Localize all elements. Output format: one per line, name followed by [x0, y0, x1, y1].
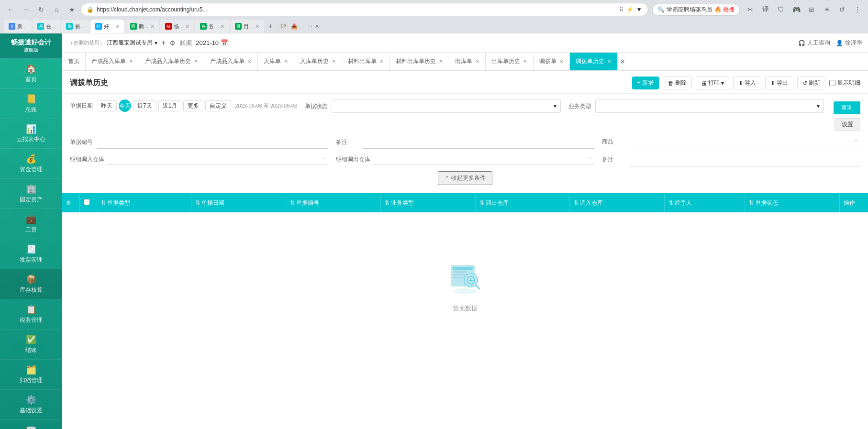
sidebar-item-basic[interactable]: ⚙️ 基础设置 [0, 390, 62, 420]
browser-tab-1[interactable]: 文 新... [4, 20, 32, 33]
sidebar-item-invoice[interactable]: 🧾 发票管理 [0, 239, 62, 269]
tab-cpinbound[interactable]: 产成品入库单 ✕ [86, 53, 139, 71]
tab-close-1[interactable]: ✕ [129, 58, 133, 65]
note-input[interactable] [631, 154, 858, 165]
minimize-btn[interactable]: — [300, 23, 306, 29]
maximize-btn[interactable]: □ [309, 23, 312, 29]
cut-icon[interactable]: ✂ [744, 3, 757, 16]
browser-tab-3[interactable]: 易 易... [61, 20, 89, 33]
tab-close-4[interactable]: ✕ [284, 58, 288, 65]
close-window-btn[interactable]: ✕ [315, 23, 319, 30]
th-checkbox[interactable] [79, 193, 97, 212]
tab-outbound[interactable]: 出库单 ✕ [449, 53, 486, 71]
wh-in-more-btn[interactable]: ··· [322, 154, 326, 164]
show-full-checkbox[interactable]: 显示明细 [829, 79, 860, 87]
th-doc-no[interactable]: ⇅ 单据编号 [286, 193, 381, 212]
th-out-warehouse[interactable]: ⇅ 调出仓库 [475, 193, 570, 212]
sidebar-item-home[interactable]: 🏠 首页 [0, 59, 62, 89]
service-btn[interactable]: 🎧 人工咨询 [798, 39, 830, 47]
downloads-icon[interactable]: 📥 [291, 23, 298, 30]
tab-close-icon[interactable]: ✕ [115, 23, 120, 30]
period-value[interactable]: 2021-10 📅 [196, 39, 228, 46]
back-btn[interactable]: ← [4, 3, 17, 16]
browser-tab-6[interactable]: M 畅... ✕ [160, 20, 194, 33]
tab-cpinbound2[interactable]: 产成品入库单 ✕ [204, 53, 258, 71]
sidebar-item-inventory[interactable]: 📦 库存核算 [0, 269, 62, 299]
forward-btn[interactable]: → [19, 3, 33, 16]
tab-transfer[interactable]: 调拨单 ✕ [534, 53, 570, 71]
company-selector[interactable]: （勿删勿禁用） 江西服宝测试专用 ▾ [68, 39, 157, 47]
game-icon[interactable]: 🎮 [790, 3, 803, 16]
search-bar[interactable]: 🔍 学霸应聘场驱鸟员 🔥 热搜 [652, 4, 740, 16]
browser-tab-5[interactable]: 腾 腾... ✕ [125, 20, 159, 33]
browser-tab-7[interactable]: 各 各... ✕ [195, 20, 229, 33]
translate-icon[interactable]: 译 [759, 3, 772, 16]
tab-inbound[interactable]: 入库单 ✕ [258, 53, 294, 71]
address-bar[interactable]: 🔒 https://cloud.chanjet.com/accounting/u… [80, 3, 648, 16]
wh-out-more-btn[interactable]: ··· [588, 154, 592, 164]
user-btn[interactable]: 👤 徐泽华 [836, 39, 862, 47]
tab-material-out[interactable]: 材料出库单 ✕ [342, 53, 390, 71]
refresh-btn[interactable]: ↺ 刷新 [797, 77, 825, 89]
tab-close-2[interactable]: ✕ [194, 58, 198, 65]
th-status[interactable]: ⇅ 单据状态 [745, 193, 839, 212]
tab-close-3[interactable]: ✕ [247, 58, 252, 65]
settings-btn[interactable]: ⚙ [169, 39, 176, 47]
import-btn[interactable]: ⬇ 导入 [733, 77, 761, 89]
th-in-warehouse[interactable]: ⇅ 调入仓库 [570, 193, 665, 212]
reload-btn[interactable]: ↻ [34, 3, 48, 16]
date-btn-1month[interactable]: 近1月 [158, 100, 182, 111]
tab-close-10[interactable]: ✕ [559, 58, 564, 65]
sidebar-item-ledger[interactable]: 📒 总账 [0, 89, 62, 119]
tab-close-8[interactable]: ✕ [475, 58, 479, 65]
tab-close-5[interactable]: ✕ [332, 58, 336, 65]
tab-transfer-history[interactable]: 调拨单历史 ✕ [570, 53, 618, 71]
tab-cpinbound-history[interactable]: 产成品入库单历史 ✕ [139, 53, 204, 71]
tab-close-7[interactable]: ✕ [439, 58, 443, 65]
sidebar-item-capital[interactable]: 💰 资金管理 [0, 149, 62, 179]
browser-tab-8[interactable]: 目 目... ✕ [230, 20, 264, 33]
close-all-tabs-btn[interactable]: ✕ [620, 58, 625, 66]
remark-input[interactable] [365, 137, 592, 147]
print-dropdown[interactable]: ▾ [721, 80, 724, 87]
more-icon[interactable]: ⋮ [851, 3, 864, 16]
tab-inbound-history[interactable]: 入库单历史 ✕ [294, 53, 342, 71]
docno-input[interactable] [99, 137, 326, 147]
collapse-btn[interactable]: ⌃ 收起更多条件 [438, 171, 492, 185]
grid-icon[interactable]: ⊞ [805, 3, 818, 16]
sun-icon[interactable]: ☀ [820, 3, 834, 16]
sidebar-item-tax[interactable]: 📋 税务管理 [0, 299, 62, 330]
date-btn-today[interactable]: 今天 [119, 99, 131, 112]
th-doc-type[interactable]: ⇅ 单据类型 [97, 193, 191, 212]
tab-home[interactable]: 首页 [62, 53, 86, 71]
query-btn[interactable]: 查询 [834, 101, 860, 114]
tab-close-6[interactable]: ✕ [379, 58, 384, 65]
date-btn-custom[interactable]: 自定义 [205, 100, 231, 111]
th-handler[interactable]: ⇅ 经手人 [665, 193, 745, 212]
delete-btn[interactable]: 🗑 删除 [663, 77, 692, 89]
th-doc-date[interactable]: ⇅ 单据日期 [191, 193, 286, 212]
browser-tab-active[interactable]: 好 好... ✕ [90, 20, 124, 33]
th-biz-type[interactable]: ⇅ 业务类型 [380, 193, 475, 212]
sidebar-item-archive[interactable]: 🗂️ 归档管理 [0, 360, 62, 390]
home-btn[interactable]: ⌂ [50, 3, 63, 16]
tab5-close[interactable]: ✕ [150, 23, 155, 30]
date-btn-more[interactable]: 更多 [183, 100, 203, 111]
tab6-close[interactable]: ✕ [185, 23, 189, 30]
date-btn-yesterday[interactable]: 昨天 [97, 100, 117, 111]
tab-outbound-history[interactable]: 出库单历史 ✕ [486, 53, 534, 71]
shield-icon[interactable]: 🛡 [774, 3, 788, 16]
tab8-close[interactable]: ✕ [255, 23, 259, 30]
add-btn[interactable]: + 新增 [632, 77, 659, 89]
select-all-checkbox[interactable] [84, 199, 90, 205]
tab-close-9[interactable]: ✕ [523, 58, 527, 65]
add-company-btn[interactable]: + [161, 39, 166, 47]
undo-icon[interactable]: ↺ [835, 3, 849, 16]
date-btn-7days[interactable]: 近7天 [133, 100, 156, 111]
sidebar-item-fixed[interactable]: 🏢 固定资产 [0, 179, 62, 209]
tab-close-11[interactable]: ✕ [607, 58, 612, 65]
sidebar-item-guide[interactable]: 📖 新手引导 [0, 420, 62, 429]
th-gear[interactable]: ⚙ [62, 193, 79, 212]
biz-type-select[interactable]: ▾ [595, 99, 824, 113]
export-btn[interactable]: ⬆ 导出 [765, 77, 793, 89]
